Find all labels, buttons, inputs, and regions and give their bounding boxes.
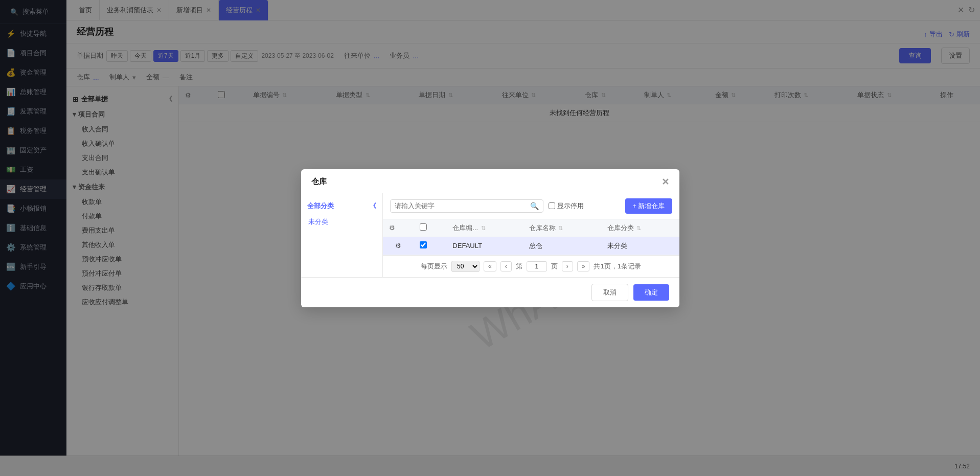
modal-actions: 取消 确定 — [301, 277, 679, 307]
modal-per-page-label: 每页显示 — [421, 262, 447, 271]
row-code: DEFAULT — [446, 237, 522, 255]
add-warehouse-button[interactable]: + 新增仓库 — [625, 198, 672, 214]
cancel-button[interactable]: 取消 — [591, 284, 628, 301]
modal-table-area: ⚙ 仓库编... ⇅ 仓库名称 ⇅ — [383, 219, 679, 255]
modal-tree-item-uncategorized[interactable]: 未分类 — [301, 214, 382, 230]
confirm-button[interactable]: 确定 — [633, 284, 669, 301]
modal-tree-header[interactable]: 全部分类 《 — [301, 198, 382, 214]
row-category: 未分类 — [601, 237, 679, 255]
show-disabled-checkbox[interactable] — [549, 202, 555, 209]
modal-pagination: 每页显示 50 100 « ‹ 第 页 › » 共1页，1条记录 — [383, 255, 679, 277]
modal-prev-page[interactable]: ‹ — [500, 261, 512, 271]
modal-search-input[interactable] — [395, 202, 530, 210]
modal-next-page[interactable]: › — [562, 261, 573, 271]
th-gear-modal: ⚙ — [383, 219, 414, 237]
modal-search-icon: 🔍 — [530, 202, 539, 210]
modal-toolbar: 🔍 显示停用 + 新增仓库 — [383, 193, 679, 219]
row-gear: ⚙ — [383, 237, 414, 255]
modal-search-box[interactable]: 🔍 — [390, 199, 543, 213]
modal-page-prefix: 第 — [516, 262, 522, 271]
th-check-modal — [414, 219, 446, 237]
warehouse-modal: 仓库 ✕ 全部分类 《 未分类 🔍 — [301, 169, 679, 307]
warehouse-table: ⚙ 仓库编... ⇅ 仓库名称 ⇅ — [383, 219, 679, 255]
table-row[interactable]: ⚙ DEFAULT 总仓 未分类 — [383, 237, 679, 255]
modal-tree: 全部分类 《 未分类 — [301, 193, 383, 277]
modal-collapse-icon[interactable]: 《 — [370, 201, 376, 211]
modal-body: 全部分类 《 未分类 🔍 显示停用 — [301, 193, 679, 277]
row-name: 总仓 — [523, 237, 601, 255]
row-checkbox[interactable] — [414, 237, 446, 255]
modal-last-page[interactable]: » — [577, 261, 590, 271]
modal-page-input[interactable] — [527, 261, 547, 271]
tree-item-label: 未分类 — [308, 218, 328, 225]
th-name: 仓库名称 ⇅ — [523, 219, 601, 237]
modal-close-button[interactable]: ✕ — [662, 176, 669, 188]
modal-per-page-select[interactable]: 50 100 — [451, 261, 480, 272]
modal-right: 🔍 显示停用 + 新增仓库 ⚙ — [383, 193, 679, 277]
modal-first-page[interactable]: « — [484, 261, 496, 271]
modal-overlay: 仓库 ✕ 全部分类 《 未分类 🔍 — [0, 0, 980, 476]
modal-total-info: 共1页，1条记录 — [594, 262, 641, 271]
show-disabled-label: 显示停用 — [557, 201, 584, 211]
th-code: 仓库编... ⇅ — [446, 219, 522, 237]
modal-page-suffix: 页 — [551, 262, 558, 271]
modal-title: 仓库 — [311, 177, 327, 187]
th-category: 仓库分类 ⇅ — [601, 219, 679, 237]
modal-header: 仓库 ✕ — [301, 169, 679, 193]
show-disabled-toggle[interactable]: 显示停用 — [549, 201, 584, 211]
all-category-label: 全部分类 — [307, 201, 334, 211]
